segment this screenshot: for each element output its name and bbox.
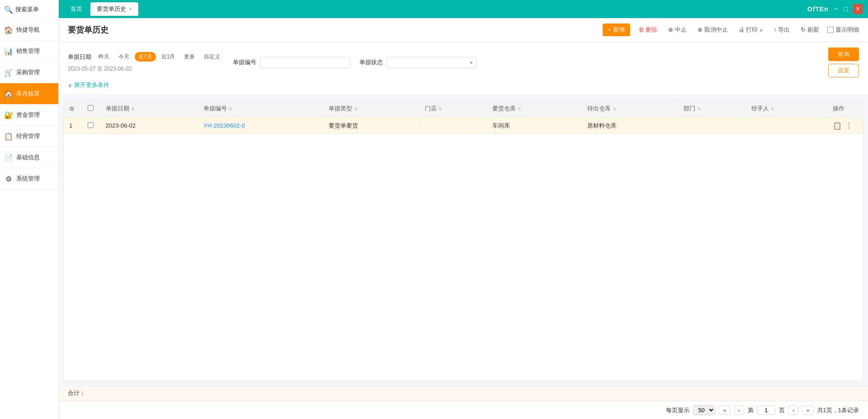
row-edit-icon[interactable]: 📋 <box>833 121 842 130</box>
last-page-button[interactable]: » <box>802 405 813 415</box>
sidebar-item-label: 库存核算 <box>16 90 40 98</box>
row-select-checkbox[interactable] <box>88 122 94 128</box>
sidebar-item-operations[interactable]: 📋 经营管理 <box>0 126 58 147</box>
page-size-label: 每页显示 <box>666 406 689 414</box>
display-detail-checkbox[interactable] <box>827 27 834 33</box>
first-page-button[interactable]: « <box>719 405 730 415</box>
sort-icon-dept[interactable]: ⇅ <box>697 106 701 111</box>
sidebar-search-label: 搜索菜单 <box>15 5 39 14</box>
th-pending-warehouse-label: 待出仓库 <box>587 105 611 113</box>
tab-active-label: 要货单历史 <box>97 5 126 13</box>
toolbar: + 新增 🗑 删除 ⊗ 中止 ⊗ 取消中止 🖨 打印 ∨ ↑ 导出 ↻ 刷新 显… <box>603 24 859 36</box>
row-more-icon[interactable]: ⋮ <box>845 121 853 130</box>
sort-icon-req-warehouse[interactable]: ⇅ <box>518 106 521 111</box>
settings-button[interactable]: 设置 <box>828 64 859 77</box>
th-checkbox <box>82 100 100 118</box>
th-store: 门店 ⇅ <box>419 100 486 118</box>
sys-icon: ⚙ <box>5 175 13 183</box>
sidebar-item-label: 系统管理 <box>16 175 40 183</box>
sidebar-item-sales-mgmt[interactable]: 📊 销售管理 <box>0 41 58 62</box>
sidebar-item-quick-nav[interactable]: 🏠 快捷导航 <box>0 19 58 41</box>
prev-page-button[interactable]: ‹ <box>734 405 744 415</box>
page-header: 要货单历史 + 新增 🗑 删除 ⊗ 中止 ⊗ 取消中止 🖨 打印 ∨ ↑ 导出 … <box>59 18 868 42</box>
th-bill-no-label: 单据编号 <box>203 105 227 113</box>
data-table: ⚙ 单据日期 ⇅ 单据编号 <box>64 100 863 134</box>
sidebar-item-basic-info[interactable]: 📄 基础信息 <box>0 147 58 168</box>
total-label: 合计： <box>68 390 85 396</box>
th-req-warehouse: 要货仓库 ⇅ <box>486 100 582 118</box>
sidebar-item-label: 经营管理 <box>16 132 40 140</box>
stop-button[interactable]: ⊗ 中止 <box>665 24 689 36</box>
row-checkbox <box>82 118 100 134</box>
bill-status-select[interactable] <box>387 57 477 68</box>
date-btn-more[interactable]: 更多 <box>180 52 198 62</box>
date-btn-7days[interactable]: 近7天 <box>135 52 156 62</box>
sort-icon-date[interactable]: ⇅ <box>131 106 135 111</box>
page-label: 第 <box>748 406 754 414</box>
select-all-checkbox[interactable] <box>88 105 94 111</box>
table-header: ⚙ 单据日期 ⇅ 单据编号 <box>64 100 863 118</box>
display-detail-toggle[interactable]: 显示明细 <box>827 26 859 34</box>
table-settings-icon[interactable]: ⚙ <box>69 105 75 112</box>
th-date-label: 单据日期 <box>106 105 129 113</box>
sidebar-item-purchase-mgmt[interactable]: 🛒 采购管理 <box>0 62 58 83</box>
row-op: 📋 ⋮ <box>827 118 863 134</box>
bill-no-link[interactable]: YH-20230602-0 <box>203 122 245 129</box>
date-filter-group: 单据日期 昨天 今天 近7天 近1月 更多 自定义 <box>68 52 224 62</box>
page-suffix: 页 <box>779 406 785 414</box>
page-number-input[interactable] <box>757 405 775 415</box>
row-store <box>419 118 486 134</box>
sidebar-item-inventory[interactable]: 🏠 库存核算 <box>0 83 58 105</box>
brand-label: OfTEn <box>807 5 829 13</box>
window-close[interactable]: × <box>853 4 863 14</box>
sidebar-item-finance[interactable]: 🔐 资金管理 <box>0 105 58 126</box>
new-button[interactable]: + 新增 <box>603 24 630 36</box>
sort-icon-bill-no[interactable]: ⇅ <box>229 106 232 111</box>
sidebar-search[interactable]: 🔍 搜索菜单 <box>0 0 58 19</box>
display-detail-label: 显示明细 <box>835 26 859 34</box>
date-btn-1month[interactable]: 近1月 <box>158 52 179 62</box>
date-btn-today[interactable]: 今天 <box>115 52 133 62</box>
main-area: 首页 要货单历史 × OfTEn − □ × 要货单历史 + 新增 🗑 删除 ⊗… <box>59 0 868 419</box>
chevron-down-icon: ∨ <box>68 82 72 89</box>
sort-icon-store[interactable]: ⇅ <box>439 106 442 111</box>
cancel-stop-button[interactable]: ⊗ 取消中止 <box>695 24 731 36</box>
delete-button[interactable]: 🗑 删除 <box>636 24 660 36</box>
tab-home[interactable]: 首页 <box>64 2 89 16</box>
sidebar-item-label: 快捷导航 <box>16 26 40 34</box>
window-maximize[interactable]: □ <box>844 5 847 13</box>
table-row[interactable]: 1 2023-06-02 YH-20230602-0 要货单要货 车间库 原材料… <box>64 118 863 134</box>
sort-icon-pending-warehouse[interactable]: ⇅ <box>613 106 616 111</box>
print-button[interactable]: 🖨 打印 ∨ <box>736 24 766 36</box>
th-bill-no: 单据编号 ⇅ <box>198 100 323 118</box>
sort-icon-bill-type[interactable]: ⇅ <box>354 106 358 111</box>
expand-more[interactable]: ∨ 展开更多条件 <box>68 81 859 89</box>
date-btn-yesterday[interactable]: 昨天 <box>95 52 113 62</box>
next-page-button[interactable]: › <box>788 405 798 415</box>
basic-info-icon: 📄 <box>5 153 13 162</box>
date-buttons: 昨天 今天 近7天 近1月 更多 自定义 <box>95 52 224 62</box>
sidebar-item-label: 资金管理 <box>16 111 40 119</box>
refresh-button[interactable]: ↻ 刷新 <box>798 24 822 36</box>
date-btn-custom[interactable]: 自定义 <box>200 52 224 62</box>
sidebar: 🔍 搜索菜单 🏠 快捷导航 📊 销售管理 🛒 采购管理 🏠 库存核算 🔐 资金管… <box>0 0 59 419</box>
bill-no-input[interactable] <box>260 57 350 68</box>
tab-close-icon[interactable]: × <box>129 6 132 12</box>
date-range-display: 2023-05-27 至 2023-06-02 <box>68 65 224 73</box>
table-footer: 合计： <box>59 385 868 401</box>
bill-status-label: 单据状态 <box>359 58 383 67</box>
bill-no-filter-group: 单据编号 <box>233 57 350 68</box>
row-op-icons: 📋 ⋮ <box>833 121 858 130</box>
tab-requisition-history[interactable]: 要货单历史 × <box>90 2 138 16</box>
window-minimize[interactable]: − <box>834 5 838 13</box>
row-bill-no: YH-20230602-0 <box>198 118 323 134</box>
table-area: ⚙ 单据日期 ⇅ 单据编号 <box>63 100 863 381</box>
export-button[interactable]: ↑ 导出 <box>771 24 793 36</box>
th-op: 操作 <box>827 100 863 118</box>
inventory-icon: 🏠 <box>5 90 13 98</box>
page-size-select[interactable]: 50 <box>693 405 715 415</box>
th-handler-label: 经手人 <box>751 105 769 113</box>
sort-icon-handler[interactable]: ⇅ <box>771 106 774 111</box>
sidebar-item-sys-mgmt[interactable]: ⚙ 系统管理 <box>0 168 58 190</box>
query-button[interactable]: 查询 <box>828 48 859 61</box>
